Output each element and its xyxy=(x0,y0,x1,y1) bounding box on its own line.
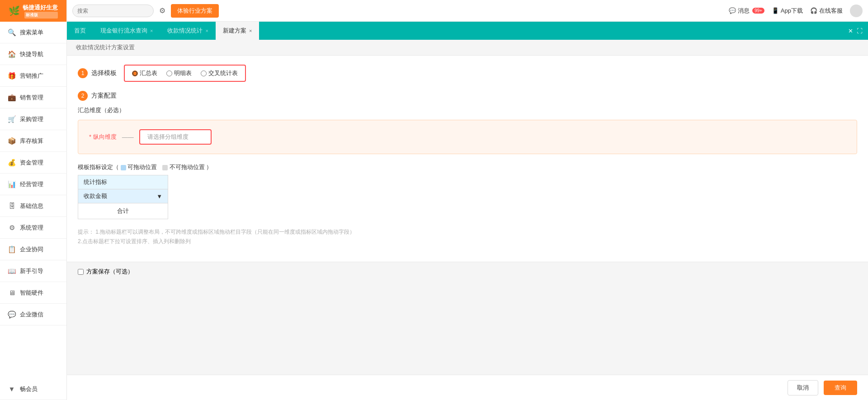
tab-receipts[interactable]: 收款情况统计 × xyxy=(160,22,215,40)
window-expand-icon[interactable]: ⛶ xyxy=(857,28,863,34)
radio-cross[interactable]: 交叉统计表 xyxy=(201,69,238,77)
database-icon: 🗄 xyxy=(7,202,16,210)
tab-receipts-close[interactable]: × xyxy=(205,28,208,33)
support-item[interactable]: 🎧 在线客服 xyxy=(810,7,843,15)
dimension-row: * 纵向维度 —— 请选择分组维度 xyxy=(89,129,846,145)
query-button[interactable]: 查询 xyxy=(824,381,857,395)
logo-icon: 🌿 xyxy=(9,5,20,16)
stats-col1-header[interactable]: 收款金额 ▼ xyxy=(78,189,168,203)
wechat-icon: 💬 xyxy=(7,311,16,319)
support-icon: 🎧 xyxy=(810,7,817,14)
radio-summary[interactable]: 汇总表 xyxy=(132,69,157,77)
sidebar-logo: 🌿 畅捷通好生意 标准版 xyxy=(0,0,66,22)
sidebar-item-label: 畅会员 xyxy=(20,385,38,393)
dimension-placeholder: 请选择分组维度 xyxy=(147,133,189,140)
window-close-icon[interactable]: ✕ xyxy=(848,28,853,34)
metrics-label: 模板指标设定（ 可拖动位置 不可拖动位置 ） xyxy=(78,163,857,171)
topbar-left: ⚙ 体验行业方案 xyxy=(72,4,219,18)
step2-label: 方案配置 xyxy=(91,92,117,100)
sidebar-item-collab[interactable]: 📋 企业协同 xyxy=(0,239,66,260)
drag-dot-blue-demo xyxy=(121,165,126,170)
tab-cashflow-label: 现金银行流水查询 xyxy=(100,27,147,35)
stats-header-label: 统计指标 xyxy=(84,178,107,186)
sidebar-item-guide[interactable]: 📖 新手引导 xyxy=(0,260,66,282)
sidebar-item-search[interactable]: 🔍 搜索菜单 xyxy=(0,22,66,43)
metrics-draggable-label: 可拖动位置 xyxy=(127,164,157,170)
tab-home[interactable]: 首页 xyxy=(67,22,93,40)
tips-section: 提示： 1.拖动标题栏可以调整布局，不可跨维度或指标区域拖动栏目字段（只能在同一… xyxy=(78,228,857,253)
box-icon: 📦 xyxy=(7,137,16,145)
sidebar-item-label: 智能硬件 xyxy=(20,289,43,297)
sidebar-item-sales[interactable]: 💼 销售管理 xyxy=(0,87,66,108)
dimension-area: * 纵向维度 —— 请选择分组维度 xyxy=(78,120,857,154)
sidebar-item-quicknav[interactable]: 🏠 快捷导航 xyxy=(0,43,66,65)
stats-header: 统计指标 xyxy=(78,175,168,189)
home-icon: 🏠 xyxy=(7,50,16,58)
radio-detail-input[interactable] xyxy=(166,71,172,76)
search-icon: 🔍 xyxy=(7,28,16,37)
sidebar-item-wechat[interactable]: 💬 企业微信 xyxy=(0,304,66,325)
radio-summary-label[interactable]: 汇总表 xyxy=(140,69,157,77)
radio-detail-label[interactable]: 明细表 xyxy=(174,69,192,77)
hardware-icon: 🖥 xyxy=(7,289,16,296)
topbar-right: 💬 消息 99+ 📱 App下载 🎧 在线客服 xyxy=(729,5,863,17)
stats-table: 统计指标 收款金额 ▼ 合计 xyxy=(78,175,168,219)
radio-summary-input[interactable] xyxy=(132,71,138,76)
sales-icon: 💼 xyxy=(7,94,16,102)
sidebar-item-purchase[interactable]: 🛒 采购管理 xyxy=(0,108,66,130)
step1-number: 1 xyxy=(78,68,88,78)
sidebar-item-system[interactable]: ⚙ 系统管理 xyxy=(0,217,66,239)
radio-detail[interactable]: 明细表 xyxy=(166,69,192,77)
tab-newplan-close[interactable]: × xyxy=(249,28,252,33)
tab-home-label: 首页 xyxy=(74,27,86,35)
tab-receipts-label: 收款情况统计 xyxy=(167,27,203,35)
tab-cashflow[interactable]: 现金银行流水查询 × xyxy=(93,22,160,40)
chart-icon: 📊 xyxy=(7,180,16,188)
sidebar-item-base[interactable]: 🗄 基础信息 xyxy=(0,195,66,217)
radio-cross-input[interactable] xyxy=(201,71,207,76)
save-checkbox[interactable] xyxy=(78,269,84,275)
step2-row: 2 方案配置 xyxy=(78,91,857,101)
sidebar-item-label: 新手引导 xyxy=(20,267,43,275)
industry-button[interactable]: 体验行业方案 xyxy=(171,4,219,18)
message-item[interactable]: 💬 消息 99+ xyxy=(729,7,764,15)
dimension-select[interactable]: 请选择分组维度 xyxy=(139,129,212,145)
tab-newplan[interactable]: 新建方案 × xyxy=(216,22,259,40)
tabbar: 首页 现金银行流水查询 × 收款情况统计 × 新建方案 × ✕ ⛶ xyxy=(67,22,868,40)
cart-icon: 🛒 xyxy=(7,115,16,123)
step1-row: 1 选择模板 汇总表 明细表 交叉统计表 xyxy=(78,65,857,82)
collab-icon: 📋 xyxy=(7,245,16,254)
sidebar-item-label: 企业协同 xyxy=(20,245,43,254)
stats-dropdown-icon[interactable]: ▼ xyxy=(156,193,162,200)
avatar[interactable] xyxy=(850,5,863,17)
cancel-button[interactable]: 取消 xyxy=(788,380,818,395)
guide-icon: 📖 xyxy=(7,267,16,275)
search-input[interactable] xyxy=(72,5,154,17)
sidebar-item-marketing[interactable]: 🎁 营销推广 xyxy=(0,65,66,87)
tip-2: 2.点击标题栏下拉可设置排序、插入列和删除列 xyxy=(78,238,857,245)
sidebar-item-finance[interactable]: 💰 资金管理 xyxy=(0,152,66,174)
tip-1: 提示： 1.拖动标题栏可以调整布局，不可跨维度或指标区域拖动栏目字段（只能在同一… xyxy=(78,228,857,236)
app-download-item[interactable]: 📱 App下载 xyxy=(772,7,803,15)
tab-newplan-label: 新建方案 xyxy=(223,27,246,35)
settings-icon: ⚙ xyxy=(7,224,16,232)
drag-dot-gray-demo xyxy=(162,165,168,170)
save-row: 方案保存（可选） xyxy=(67,262,868,281)
page-title: 收款情况统计方案设置 xyxy=(67,40,868,56)
gift-icon: 🎁 xyxy=(7,72,16,80)
sidebar-item-label: 企业微信 xyxy=(20,311,43,319)
sidebar-item-member[interactable]: ▼ 畅会员 xyxy=(0,378,66,400)
sidebar-item-label: 营销推广 xyxy=(20,72,43,80)
member-icon: ▼ xyxy=(7,385,16,393)
step2-number: 2 xyxy=(78,91,88,101)
message-badge: 99+ xyxy=(752,8,764,14)
template-box: 汇总表 明细表 交叉统计表 xyxy=(124,65,246,82)
sidebar-item-operation[interactable]: 📊 经营管理 xyxy=(0,174,66,195)
radio-cross-label[interactable]: 交叉统计表 xyxy=(208,69,238,77)
sidebar-item-hardware[interactable]: 🖥 智能硬件 xyxy=(0,282,66,304)
tab-cashflow-close[interactable]: × xyxy=(150,28,153,33)
dimension-title: 汇总维度（必选） xyxy=(78,106,857,114)
gear-icon[interactable]: ⚙ xyxy=(159,6,165,15)
sidebar-item-label: 经营管理 xyxy=(20,180,43,188)
sidebar-item-inventory[interactable]: 📦 库存核算 xyxy=(0,130,66,152)
